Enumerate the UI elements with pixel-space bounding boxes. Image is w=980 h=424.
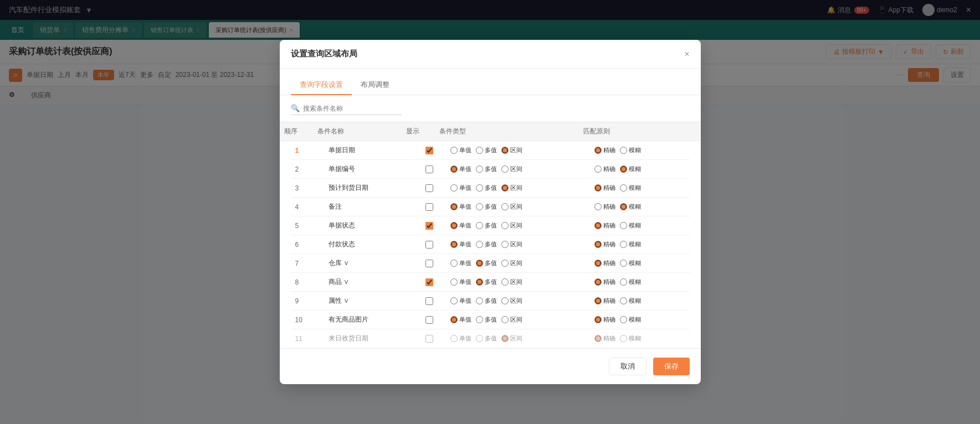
radio-single[interactable]: 单值: [450, 240, 471, 249]
radio-multi[interactable]: 多值: [476, 278, 497, 286]
radio-multi[interactable]: 多值: [476, 240, 497, 249]
radio-single[interactable]: 单值: [450, 297, 471, 305]
row-display-checkbox[interactable]: [425, 203, 433, 211]
row-display-checkbox[interactable]: [425, 260, 433, 267]
radio-single[interactable]: 单值: [450, 184, 471, 192]
row-type-group: 单值 多值 区间: [450, 240, 586, 249]
row-name: 备注: [324, 202, 413, 211]
radio-range[interactable]: 区间: [501, 316, 522, 324]
dialog-close-button[interactable]: ×: [684, 49, 689, 59]
table-row: 2 单据编号 单值 多值 区间 精确 模糊: [291, 160, 690, 179]
row-rule-group: 精确 模糊: [594, 240, 690, 249]
radio-multi[interactable]: 多值: [476, 165, 497, 173]
radio-single[interactable]: 单值: [450, 165, 471, 173]
radio-exact[interactable]: 精确: [594, 221, 615, 230]
table-row: 4 备注 单值 多值 区间 精确 模糊: [291, 198, 690, 216]
radio-fuzzy[interactable]: 模糊: [620, 165, 641, 173]
row-display-checkbox[interactable]: [425, 335, 433, 343]
row-display-checkbox[interactable]: [425, 184, 433, 192]
row-display-checkbox[interactable]: [425, 278, 433, 286]
row-rule-group: 精确 模糊: [594, 203, 690, 211]
radio-range[interactable]: 区间: [501, 259, 522, 267]
radio-single[interactable]: 单值: [450, 259, 471, 267]
radio-fuzzy[interactable]: 模糊: [620, 221, 641, 230]
radio-range[interactable]: 区间: [501, 334, 522, 343]
radio-single[interactable]: 单值: [450, 146, 471, 154]
radio-exact[interactable]: 精确: [594, 297, 615, 305]
radio-single[interactable]: 单值: [450, 203, 471, 211]
row-rule-group: 精确 模糊: [594, 297, 690, 305]
radio-fuzzy[interactable]: 模糊: [620, 240, 641, 249]
row-display-checkbox[interactable]: [425, 166, 433, 173]
save-button[interactable]: 保存: [653, 358, 690, 375]
radio-fuzzy[interactable]: 模糊: [620, 259, 641, 267]
radio-multi[interactable]: 多值: [476, 316, 497, 324]
radio-fuzzy[interactable]: 模糊: [620, 203, 641, 211]
radio-multi[interactable]: 多值: [476, 297, 497, 305]
col-type-header: 条件类型: [435, 127, 579, 136]
radio-exact[interactable]: 精确: [594, 334, 615, 343]
settings-dialog: 设置查询区域布局 × 查询字段设置 布局调整 🔍: [280, 40, 701, 384]
radio-range[interactable]: 区间: [501, 165, 522, 173]
row-display-checkbox[interactable]: [425, 316, 433, 324]
row-name: 单据日期: [324, 146, 413, 155]
row-order: 7: [295, 260, 299, 267]
radio-range[interactable]: 区间: [501, 146, 522, 154]
table-row: 7 仓库 ∨ 单值 多值 区间 精确 模糊: [291, 254, 690, 273]
radio-range[interactable]: 区间: [501, 297, 522, 305]
row-order: 10: [295, 316, 302, 324]
row-order: 9: [295, 297, 299, 305]
radio-exact[interactable]: 精确: [594, 146, 615, 154]
radio-single[interactable]: 单值: [450, 221, 471, 230]
row-display-checkbox[interactable]: [425, 147, 433, 154]
radio-single[interactable]: 单值: [450, 334, 471, 343]
dialog-tab-fields-label: 查询字段设置: [300, 80, 343, 89]
radio-range[interactable]: 区间: [501, 184, 522, 192]
radio-exact[interactable]: 精确: [594, 259, 615, 267]
row-display-checkbox[interactable]: [425, 241, 433, 249]
table-row: 8 商品 ∨ 单值 多值 区间 精确 模糊: [291, 273, 690, 292]
radio-multi[interactable]: 多值: [476, 221, 497, 230]
row-type-group: 单值 多值 区间: [450, 221, 586, 230]
row-name: 预计到货日期: [324, 183, 413, 193]
radio-exact[interactable]: 精确: [594, 203, 615, 211]
radio-exact[interactable]: 精确: [594, 278, 615, 286]
dialog-search-area: 🔍: [280, 95, 701, 122]
dialog-title: 设置查询区域布局: [291, 49, 357, 59]
row-rule-group: 精确 模糊: [594, 146, 690, 154]
radio-single[interactable]: 单值: [450, 316, 471, 324]
row-display-checkbox[interactable]: [425, 297, 433, 305]
row-type-group: 单值 多值 区间: [450, 146, 586, 154]
radio-fuzzy[interactable]: 模糊: [620, 184, 641, 192]
radio-range[interactable]: 区间: [501, 203, 522, 211]
radio-exact[interactable]: 精确: [594, 316, 615, 324]
radio-exact[interactable]: 精确: [594, 184, 615, 192]
row-type-group: 单值 多值 区间: [450, 259, 586, 267]
radio-multi[interactable]: 多值: [476, 146, 497, 154]
radio-fuzzy[interactable]: 模糊: [620, 297, 641, 305]
radio-single[interactable]: 单值: [450, 278, 471, 286]
row-order: 3: [295, 184, 299, 192]
row-name: 单据编号: [324, 164, 413, 174]
radio-multi[interactable]: 多值: [476, 259, 497, 267]
radio-range[interactable]: 区间: [501, 278, 522, 286]
radio-exact[interactable]: 精确: [594, 240, 615, 249]
radio-fuzzy[interactable]: 模糊: [620, 278, 641, 286]
radio-fuzzy[interactable]: 模糊: [620, 334, 641, 343]
radio-fuzzy[interactable]: 模糊: [620, 316, 641, 324]
radio-multi[interactable]: 多值: [476, 334, 497, 343]
dialog-tab-fields[interactable]: 查询字段设置: [291, 75, 352, 95]
radio-multi[interactable]: 多值: [476, 184, 497, 192]
radio-exact[interactable]: 精确: [594, 165, 615, 173]
row-display-checkbox[interactable]: [425, 222, 433, 230]
dialog-tab-layout[interactable]: 布局调整: [352, 75, 398, 95]
col-order-header: 顺序: [280, 127, 313, 136]
radio-range[interactable]: 区间: [501, 221, 522, 230]
radio-fuzzy[interactable]: 模糊: [620, 146, 641, 154]
radio-range[interactable]: 区间: [501, 240, 522, 249]
row-name: 有无商品图片: [324, 315, 413, 324]
row-order: 6: [295, 241, 299, 249]
radio-multi[interactable]: 多值: [476, 203, 497, 211]
search-input[interactable]: [303, 105, 402, 112]
cancel-button[interactable]: 取消: [609, 358, 647, 375]
